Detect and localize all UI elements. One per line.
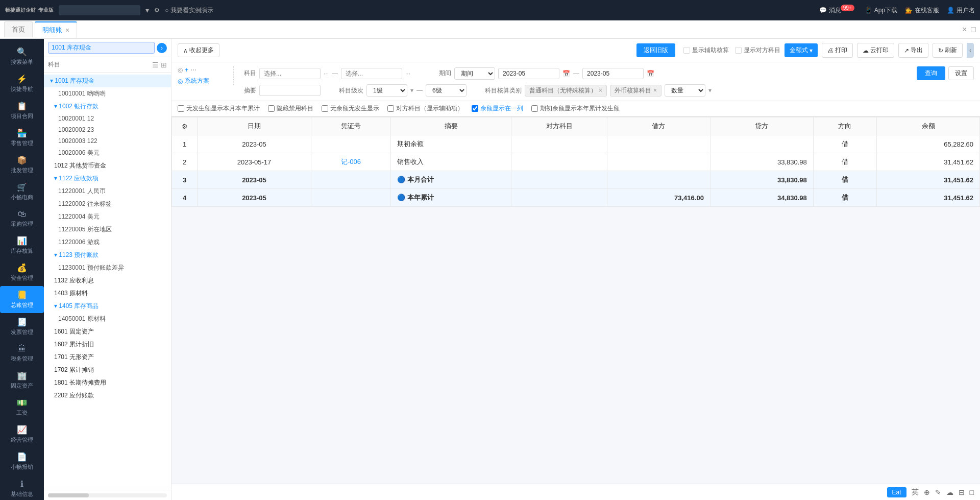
sidebar-item-operation[interactable]: 📈 经营管理	[0, 421, 44, 448]
checkbox-no-occur-input[interactable]	[178, 105, 184, 112]
sidebar-item-tax[interactable]: 🏛 税务管理	[0, 340, 44, 367]
tab-home[interactable]: 首页	[4, 21, 33, 37]
tree-item-11220004[interactable]: 11220004 美元	[44, 210, 171, 223]
category-tag-normal[interactable]: 普通科目（无特殊核算） ×	[525, 85, 607, 97]
tree-expand-icon[interactable]: ⊞	[161, 61, 167, 69]
period-end-input[interactable]	[582, 68, 644, 79]
scheme-add-icon[interactable]: +	[185, 66, 188, 74]
sidebar-item-salary[interactable]: 💵 工资	[0, 394, 44, 421]
tree-item-10020003[interactable]: 10020003 122	[44, 135, 171, 147]
checkbox-opposite-input[interactable]	[387, 105, 394, 112]
tree-horizontal-scrollbar[interactable]	[48, 493, 167, 497]
tree-item-1123[interactable]: ▾ 1123 预付账款	[44, 249, 171, 261]
tree-item-1602[interactable]: 1602 累计折旧	[44, 338, 171, 351]
status-lang-icon[interactable]: 英	[912, 488, 919, 497]
settings-icon[interactable]: ⚙	[154, 7, 160, 14]
checkbox-balance-col[interactable]: 余额显示在一列	[472, 104, 523, 113]
tree-item-11220005[interactable]: 11220005 所在地区	[44, 223, 171, 236]
checkbox-balance-col-input[interactable]	[472, 105, 478, 112]
tree-item-1001[interactable]: ▾ 1001 库存现金	[44, 75, 171, 87]
sidebar-item-expense[interactable]: 📄 小畅报销	[0, 448, 44, 475]
period-calendar-icon[interactable]: 📅	[562, 70, 570, 77]
sidebar-item-retail[interactable]: 🏪 零售管理	[0, 124, 44, 151]
checkbox-no-occur[interactable]: 无发生额显示本月本年累计	[178, 104, 260, 113]
tree-item-11220002[interactable]: 11220002 往来标签	[44, 198, 171, 210]
tree-item-1002[interactable]: ▾ 1002 银行存款	[44, 100, 171, 113]
online-service-group[interactable]: 💁 在线客服	[905, 6, 939, 15]
sidebar-item-quick-nav[interactable]: ⚡ 快捷导航	[0, 70, 44, 97]
tree-item-1601[interactable]: 1601 固定资产	[44, 325, 171, 338]
status-plus-icon[interactable]: ⊕	[924, 488, 930, 496]
checkbox-hide-disabled[interactable]: 隐藏禁用科目	[268, 104, 313, 113]
summary-input[interactable]	[259, 85, 321, 96]
tree-item-10020001[interactable]: 10020001 12	[44, 113, 171, 124]
tree-list-icon[interactable]: ☰	[152, 61, 159, 69]
message-group[interactable]: 💬 消息 99+	[819, 6, 857, 15]
td-voucher-2[interactable]: 记-006	[311, 153, 390, 171]
cloud-print-btn[interactable]: ☁ 云打印	[857, 43, 894, 58]
refresh-btn[interactable]: ↻ 刷新	[933, 43, 963, 58]
scheme-query-icon[interactable]: ◎	[178, 66, 183, 74]
collapse-filter-btn[interactable]: ∧ 收起更多	[178, 43, 219, 57]
tree-item-2202[interactable]: 2202 应付账款	[44, 389, 171, 402]
status-edit-icon[interactable]: ✎	[935, 488, 941, 496]
eat-button[interactable]: Eat	[887, 487, 906, 497]
print-btn[interactable]: 🖨 打印	[822, 43, 853, 58]
tree-item-1403[interactable]: 1403 原材料	[44, 287, 171, 300]
tab-ledger[interactable]: 明细账 ×	[35, 21, 77, 38]
sidebar-item-ecommerce[interactable]: 🛒 小畅电商	[0, 178, 44, 205]
sidebar-item-inventory[interactable]: 📊 库存核算	[0, 232, 44, 259]
filter-settings-btn[interactable]: 设置	[948, 66, 974, 80]
checkbox-begin-balance-input[interactable]	[531, 105, 538, 112]
right-collapse-btn[interactable]: ‹	[967, 43, 974, 58]
period-type-select[interactable]: 期间 月份	[454, 67, 495, 80]
window-close-icon[interactable]: ×	[962, 25, 967, 34]
tree-item-1405[interactable]: ▾ 1405 库存商品	[44, 300, 171, 313]
show-aux-checkbox[interactable]: 显示辅助核算	[683, 46, 729, 55]
tree-item-1122[interactable]: ▾ 1122 应收款项	[44, 172, 171, 185]
export-btn[interactable]: ↗ 导出	[898, 43, 928, 58]
level-to-select[interactable]: 6级5级4级	[426, 84, 467, 97]
category-foreign-remove[interactable]: ×	[653, 87, 657, 94]
demo-label[interactable]: 我要看实例演示	[165, 6, 213, 15]
tab-ledger-close[interactable]: ×	[65, 26, 69, 34]
checkbox-hide-disabled-input[interactable]	[268, 105, 275, 112]
subject-from-input[interactable]	[259, 68, 321, 79]
th-settings[interactable]: ⚙	[172, 117, 198, 135]
tree-item-11220006[interactable]: 11220006 游戏	[44, 236, 171, 249]
user-group[interactable]: 👤 用户名	[947, 6, 975, 15]
show-opposite-checkbox[interactable]: 显示对方科目	[735, 46, 780, 55]
tree-item-1132[interactable]: 1132 应收利息	[44, 274, 171, 287]
quantity-select[interactable]: 数量	[665, 84, 705, 97]
tree-item-10010001[interactable]: 10010001 哟哟哟	[44, 87, 171, 100]
checkbox-no-balance[interactable]: 无余额无发生显示	[322, 104, 379, 113]
tree-item-14050001[interactable]: 14050001 原材料	[44, 313, 171, 325]
query-btn[interactable]: 查询	[917, 66, 945, 80]
checkbox-no-balance-input[interactable]	[322, 105, 328, 112]
sidebar-item-assets[interactable]: 🏢 固定资产	[0, 367, 44, 394]
return-old-btn[interactable]: 返回旧版	[636, 43, 675, 57]
voucher-link-2[interactable]: 记-006	[341, 158, 361, 165]
subject-to-input[interactable]	[341, 68, 402, 79]
tree-item-10020006[interactable]: 10020006 美元	[44, 147, 171, 159]
scheme-item-system[interactable]: 系统方案	[178, 77, 227, 85]
search-dropdown-icon[interactable]: ▾	[145, 6, 149, 14]
level-from-select[interactable]: 1级2级3级	[366, 84, 407, 97]
sidebar-item-project[interactable]: 📋 项目合同	[0, 97, 44, 124]
global-search-input[interactable]	[59, 5, 140, 15]
tree-item-1801[interactable]: 1801 长期待摊费用	[44, 376, 171, 389]
category-normal-remove[interactable]: ×	[599, 87, 602, 94]
app-download-group[interactable]: 📱 App下载	[865, 6, 897, 15]
selected-account-display[interactable]: 1001 库存现金	[48, 42, 155, 54]
sidebar-item-purchase[interactable]: 🛍 采购管理	[0, 205, 44, 232]
window-maximize-icon[interactable]: □	[971, 25, 976, 34]
period-start-input[interactable]	[498, 68, 559, 79]
period-calendar2-icon[interactable]: 📅	[647, 70, 654, 77]
status-rect-icon[interactable]: □	[970, 488, 974, 496]
sidebar-item-basic[interactable]: ℹ 基础信息	[0, 475, 44, 500]
sidebar-item-wholesale[interactable]: 📦 批发管理	[0, 151, 44, 178]
amount-style-btn[interactable]: 金额式 ▾	[785, 43, 818, 57]
category-tag-foreign[interactable]: 外币核算科目 ×	[610, 85, 662, 97]
tree-item-1012[interactable]: 1012 其他货币资金	[44, 159, 171, 172]
tree-item-1702[interactable]: 1702 累计摊销	[44, 364, 171, 376]
